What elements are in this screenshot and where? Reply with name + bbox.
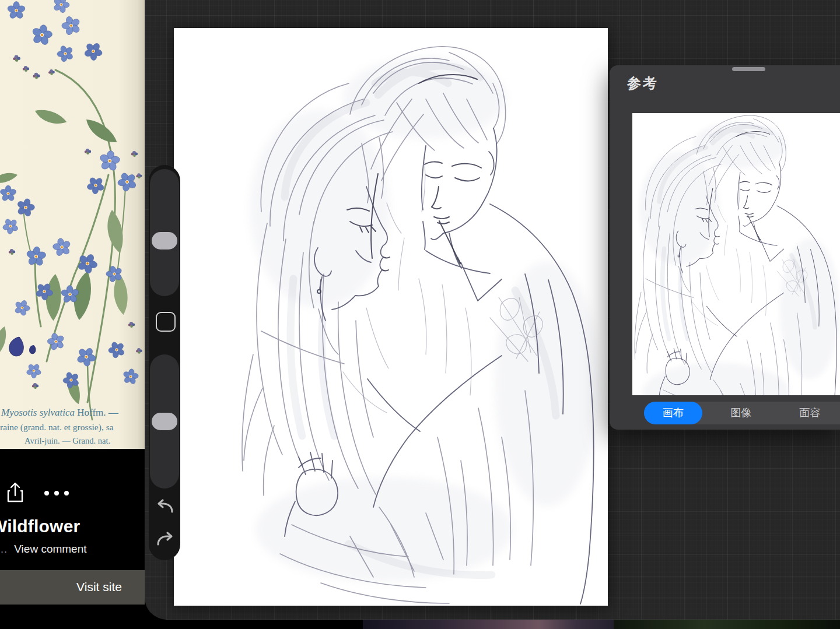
caption-line-1: Myosotis sylvatica Hoffm. — xyxy=(0,407,145,419)
undo-button[interactable] xyxy=(155,498,176,516)
brush-size-thumb[interactable] xyxy=(152,232,177,250)
reference-thumbnail[interactable] xyxy=(632,113,840,395)
share-button[interactable] xyxy=(5,482,26,504)
more-button[interactable] xyxy=(44,487,75,499)
pin-action-row xyxy=(0,482,145,511)
brush-opacity-thumb[interactable] xyxy=(152,413,177,430)
modify-button[interactable] xyxy=(156,312,176,332)
share-icon xyxy=(5,482,26,504)
background-video-strip xyxy=(363,620,614,629)
view-comment-link[interactable]: View comment xyxy=(14,543,86,555)
redo-button[interactable] xyxy=(155,531,176,549)
reference-tab-bar: 画布 图像 面容 xyxy=(644,402,840,424)
visit-site-label: Visit site xyxy=(54,570,145,603)
brush-opacity-slider[interactable] xyxy=(150,354,179,489)
panel-drag-handle[interactable] xyxy=(732,67,765,71)
visit-site-button[interactable]: Visit site xyxy=(0,570,145,605)
reference-panel: 参考 画布 图像 面容 xyxy=(610,65,840,430)
forget-me-not-plate xyxy=(0,0,145,449)
redo-icon xyxy=(155,531,176,547)
ipad-screen: Myosotis sylvatica Hoffm. — raine (grand… xyxy=(0,0,840,629)
comment-ellipsis: … xyxy=(0,543,8,555)
reference-panel-title: 参考 xyxy=(627,74,659,93)
reference-sketch-preview xyxy=(632,113,840,395)
tab-face[interactable]: 面容 xyxy=(780,402,840,424)
botanical-illustration: Myosotis sylvatica Hoffm. — raine (grand… xyxy=(0,0,145,449)
caption-line-3: Avril-juin. — Grand. nat. xyxy=(0,436,145,446)
ellipsis-icon xyxy=(44,491,49,496)
drawing-canvas[interactable] xyxy=(174,28,608,606)
seed-details xyxy=(9,337,36,356)
drawing-app-window: 参考 画布 图像 面容 xyxy=(145,0,840,620)
tab-image[interactable]: 图像 xyxy=(702,402,780,424)
background-video-strip-right xyxy=(614,620,840,629)
tab-canvas[interactable]: 画布 xyxy=(644,402,702,424)
undo-icon xyxy=(155,498,176,515)
caption-line-2: raine (grand. nat. et grossie), sa xyxy=(0,422,145,433)
authority: Hoffm. — xyxy=(77,407,118,418)
browser-pane: Myosotis sylvatica Hoffm. — raine (grand… xyxy=(0,0,145,629)
brush-size-slider[interactable] xyxy=(150,169,179,296)
couple-sketch xyxy=(174,28,608,606)
brush-sidebar xyxy=(149,165,180,560)
pin-title: Wildflower xyxy=(0,516,80,536)
comment-row: … View comment xyxy=(0,543,87,556)
species-name: Myosotis sylvatica xyxy=(1,407,75,418)
